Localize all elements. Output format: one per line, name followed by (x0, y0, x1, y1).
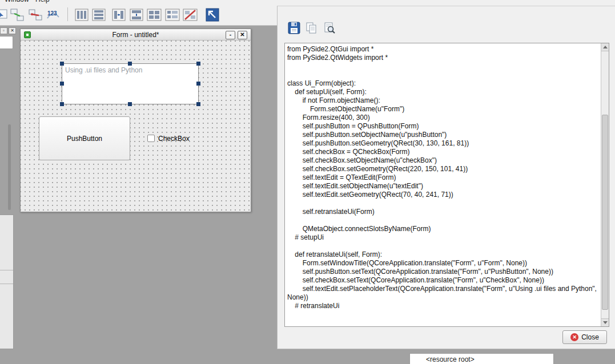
dock-divider (0, 270, 13, 270)
layout-form-icon[interactable] (165, 7, 180, 22)
form-minimize-button[interactable]: - (226, 31, 235, 39)
dock-float-button[interactable]: ▫ (0, 27, 7, 34)
save-icon[interactable] (288, 22, 302, 35)
toolbar-separator (67, 7, 68, 21)
widgetbox-scrollbar[interactable] (8, 124, 11, 210)
code-content: from PySide2.QtGui import * from PySide2… (287, 45, 599, 310)
resource-browser-fragment: <resource root> (409, 353, 554, 364)
layout-grid-icon[interactable] (147, 7, 162, 22)
menu-help[interactable]: Help (35, 0, 50, 3)
edit-widgets-icon[interactable] (0, 7, 10, 22)
widgetbox-filter-input[interactable] (0, 36, 13, 49)
selection-handle-bottom-right[interactable] (196, 102, 200, 106)
edit-signals-slots-icon[interactable] (10, 7, 25, 22)
copy-icon[interactable] (305, 22, 319, 35)
close-button-label: Close (581, 333, 599, 341)
menu-window[interactable]: Window (5, 0, 29, 3)
scrollbar-thumb[interactable] (602, 115, 608, 310)
code-scrollbar[interactable] (601, 43, 609, 326)
form-icon (24, 31, 31, 38)
selection-handle-bottom-mid[interactable] (128, 102, 132, 106)
form-canvas[interactable]: Using .ui files and Python PushButton Ch… (21, 41, 251, 212)
resource-root-item[interactable]: <resource root> (426, 355, 475, 363)
edit-tab-order-icon[interactable]: 123 (46, 7, 61, 22)
close-button[interactable]: ✕ Close (562, 330, 607, 344)
form-editor-window: Form - untitled* - ✕ Using .ui files and… (20, 29, 251, 212)
form-window-title: Form - untitled* (21, 31, 251, 39)
layout-vertical-icon[interactable] (91, 7, 106, 22)
layout-horizontal-icon[interactable] (74, 7, 89, 22)
textedit-placeholder: Using .ui files and Python (65, 66, 142, 74)
svg-text:123: 123 (47, 10, 57, 17)
checkbox-box[interactable] (147, 135, 155, 142)
left-dock-panel-fragment (0, 215, 14, 349)
layout-horizontal-splitter-icon[interactable] (111, 7, 126, 22)
selection-handle-mid-left[interactable] (60, 82, 64, 86)
pushbutton-widget[interactable]: PushButton (39, 116, 130, 160)
textedit-widget[interactable]: Using .ui files and Python (62, 63, 199, 104)
dock-divider (0, 284, 13, 284)
close-circle-icon: ✕ (570, 333, 578, 341)
break-layout-icon[interactable] (183, 7, 198, 22)
selection-handle-top-right[interactable] (196, 62, 200, 66)
selection-handle-top-left[interactable] (60, 62, 64, 66)
find-icon[interactable] (323, 22, 337, 35)
code-textarea[interactable]: from PySide2.QtGui import * from PySide2… (285, 43, 601, 326)
menubar: Window Help (0, 0, 274, 3)
layout-vertical-splitter-icon[interactable] (129, 7, 144, 22)
qt-designer-screen: Window Help 123 (0, 0, 615, 364)
form-close-button[interactable]: ✕ (238, 31, 247, 39)
selection-handle-bottom-left[interactable] (60, 102, 64, 106)
adjust-size-icon[interactable] (205, 7, 220, 22)
scrollbar-down-arrow[interactable] (601, 318, 609, 326)
code-frame: from PySide2.QtGui import * from PySide2… (284, 43, 609, 327)
selection-handle-mid-right[interactable] (196, 82, 200, 86)
scrollbar-up-arrow[interactable] (601, 43, 609, 51)
code-preview-dialog: from PySide2.QtGui import * from PySide2… (277, 6, 615, 349)
edit-buddies-icon[interactable] (28, 7, 43, 22)
selection-handle-top-mid[interactable] (128, 62, 132, 66)
dock-close-button[interactable]: ✕ (9, 27, 16, 34)
form-titlebar[interactable]: Form - untitled* (21, 29, 251, 41)
checkbox-label: CheckBox (158, 135, 190, 143)
pushbutton-label: PushButton (67, 135, 102, 143)
checkbox-widget[interactable]: CheckBox (147, 134, 190, 143)
